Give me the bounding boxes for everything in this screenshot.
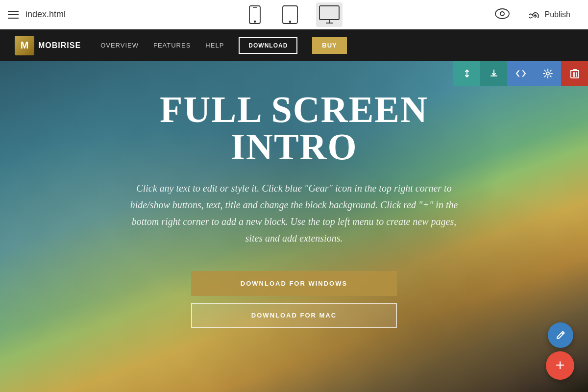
nav-link-overview[interactable]: OVERVIEW [100, 42, 139, 49]
block-code-button[interactable] [507, 61, 534, 86]
toolbar-left: index.html [8, 9, 66, 20]
svg-rect-5 [319, 6, 339, 20]
nav-buy-button[interactable]: BUY [312, 37, 346, 54]
svg-point-4 [290, 21, 291, 23]
hero-content: FULL SCREEN INTRO Click any text to edit… [0, 61, 588, 328]
nav-link-help[interactable]: HELP [205, 42, 224, 49]
nav-link-features[interactable]: FEATURES [153, 42, 191, 49]
publish-button[interactable]: Publish [519, 6, 580, 23]
hero-title[interactable]: FULL SCREEN INTRO [160, 91, 428, 165]
tablet-view-button[interactable] [279, 2, 301, 27]
website-preview: MOBIRISE OVERVIEW FEATURES HELP DOWNLOAD… [0, 29, 588, 392]
cloud-upload-icon [529, 10, 541, 19]
block-delete-button[interactable] [561, 61, 588, 86]
hero-download-windows-button[interactable]: DOWNLOAD FOR WINDOWS [191, 271, 397, 296]
mobirise-nav: MOBIRISE OVERVIEW FEATURES HELP DOWNLOAD… [0, 29, 588, 61]
svg-point-1 [254, 21, 256, 22]
block-download-button[interactable] [480, 61, 507, 86]
logo-text: MOBIRISE [38, 41, 81, 50]
toolbar-right: Publish [495, 6, 580, 23]
fab-add-button[interactable]: + [546, 351, 574, 380]
hero-subtitle[interactable]: Click any text to edit or style it. Clic… [122, 180, 466, 246]
mobirise-logo: MOBIRISE [15, 36, 81, 55]
svg-point-9 [500, 12, 504, 16]
toolbar-center [245, 2, 343, 27]
desktop-view-button[interactable] [316, 2, 343, 27]
file-name: index.html [25, 9, 66, 20]
nav-download-button[interactable]: DOWNLOAD [239, 37, 297, 54]
svg-point-8 [495, 9, 509, 19]
block-settings-button[interactable] [534, 61, 561, 86]
block-move-button[interactable] [453, 61, 480, 86]
logo-icon [15, 36, 34, 55]
hero-section: FULL SCREEN INTRO Click any text to edit… [0, 61, 588, 392]
fab-edit-button[interactable] [548, 322, 573, 348]
top-toolbar: index.html [0, 0, 588, 29]
preview-button[interactable] [495, 8, 510, 21]
hamburger-menu-icon[interactable] [8, 11, 19, 19]
svg-point-10 [546, 72, 549, 75]
nav-links: OVERVIEW FEATURES HELP DOWNLOAD BUY [100, 37, 573, 54]
fab-add-icon: + [556, 357, 565, 373]
svg-line-15 [562, 333, 564, 335]
mobile-view-button[interactable] [245, 2, 264, 27]
block-action-toolbar [453, 61, 588, 86]
publish-label: Publish [545, 10, 570, 19]
hero-download-mac-button[interactable]: DOWNLOAD FOR MAC [191, 303, 397, 328]
